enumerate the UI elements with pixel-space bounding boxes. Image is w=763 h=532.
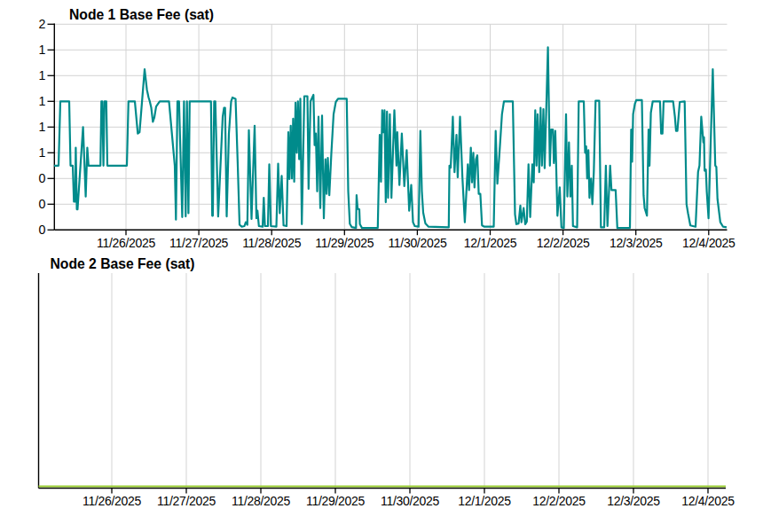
svg-text:12/1/2025: 12/1/2025 [458, 494, 511, 508]
svg-text:2: 2 [39, 17, 46, 31]
svg-text:11/28/2025: 11/28/2025 [242, 236, 302, 250]
svg-text:12/4/2025: 12/4/2025 [682, 236, 735, 250]
svg-text:0: 0 [39, 197, 46, 211]
svg-text:11/27/2025: 11/27/2025 [157, 494, 216, 508]
svg-text:1: 1 [39, 94, 46, 108]
svg-text:Node 1 Base Fee (sat): Node 1 Base Fee (sat) [69, 7, 214, 22]
svg-text:12/3/2025: 12/3/2025 [607, 494, 660, 508]
svg-text:12/1/2025: 12/1/2025 [464, 236, 517, 250]
svg-text:1: 1 [39, 120, 46, 134]
svg-text:11/29/2025: 11/29/2025 [306, 494, 366, 508]
svg-text:11/27/2025: 11/27/2025 [169, 236, 229, 250]
svg-text:1: 1 [39, 68, 46, 82]
svg-text:12/3/2025: 12/3/2025 [610, 236, 663, 250]
svg-text:0: 0 [39, 171, 46, 185]
svg-text:0: 0 [39, 223, 46, 237]
svg-text:11/26/2025: 11/26/2025 [83, 494, 142, 508]
svg-text:12/4/2025: 12/4/2025 [681, 494, 735, 508]
svg-text:12/2/2025: 12/2/2025 [537, 236, 590, 250]
svg-text:11/30/2025: 11/30/2025 [381, 494, 440, 508]
svg-text:1: 1 [39, 145, 46, 160]
svg-text:Node 2 Base Fee (sat): Node 2 Base Fee (sat) [51, 256, 195, 271]
svg-text:11/28/2025: 11/28/2025 [232, 494, 291, 508]
svg-text:11/29/2025: 11/29/2025 [315, 236, 374, 250]
svg-text:11/26/2025: 11/26/2025 [97, 236, 156, 250]
svg-text:11/30/2025: 11/30/2025 [388, 236, 447, 250]
svg-text:12/2/2025: 12/2/2025 [532, 494, 586, 508]
svg-text:1: 1 [39, 43, 46, 57]
